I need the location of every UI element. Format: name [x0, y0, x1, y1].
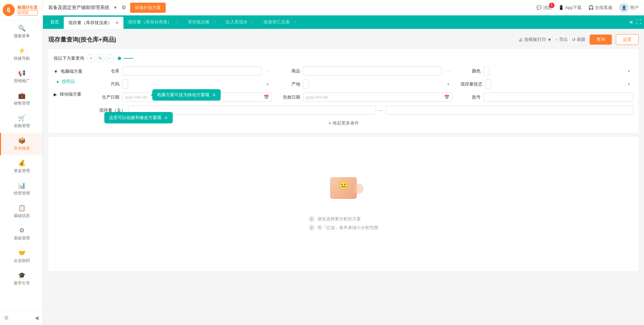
scheme-desktop-header[interactable]: ▼ 电脑端方案 [54, 66, 94, 76]
size-select[interactable] [122, 79, 128, 89]
sidebar-item-label: 系统管理 [14, 235, 30, 241]
tab-close-all-icon[interactable]: ✕ [629, 19, 633, 25]
stock-status-label: 现存量状态 [461, 81, 482, 87]
stock-main-to[interactable] [386, 106, 634, 115]
title-actions: 🖨 按模板打印 ▼ ↑ 导出 ↺ 刷新 查询 设置 [519, 34, 639, 45]
tab-receive-summary[interactable]: 收发存汇总表 ✕ [259, 17, 301, 28]
collapse-button[interactable]: ∧ 收起更多条件 [328, 120, 359, 126]
sidebar-item-label: 采购管理 [14, 123, 30, 129]
sidebar-item-inventory[interactable]: 📦 库存核算 [0, 133, 43, 155]
settings-bottom-icon[interactable]: ⚙ [4, 315, 9, 321]
origin-select[interactable] [303, 79, 309, 89]
warehouse-input[interactable] [122, 66, 262, 75]
dropdown-arrow-icon: ▼ [113, 5, 117, 10]
sidebar-item-finance[interactable]: 💰 资金管理 [0, 155, 43, 178]
sidebar-item-purchase[interactable]: 🛒 采购管理 [0, 110, 43, 133]
scheme-dot-icon: ● [56, 79, 59, 84]
header-settings-icon[interactable]: ⚙ [121, 4, 126, 11]
warehouse-dots[interactable]: ··· [266, 67, 271, 74]
trial-button[interactable]: 体验行业方案 [130, 3, 166, 13]
product-dots[interactable]: ··· [446, 67, 451, 74]
inventory-icon: 📦 [18, 137, 25, 144]
sidebar-item-label: 经营管理 [14, 191, 30, 196]
scheme-mobile-header[interactable]: ▶ 移动端方案 [54, 89, 94, 99]
produce-date-label: 生产日期 [99, 94, 119, 100]
sidebar-item-system[interactable]: ⚙ 系统管理 [0, 223, 43, 245]
batch-input[interactable] [483, 93, 633, 102]
expire-date-input[interactable]: yyyy-mm-dd 📅 [303, 93, 453, 102]
sidebar-item-sales[interactable]: 💼 销售管理 [0, 88, 43, 110]
tooltip-create-close[interactable]: ✕ [164, 115, 168, 120]
empty-circle-deco [354, 184, 364, 194]
sidebar-item-quick-nav[interactable]: ⚡ 快捷导航 [0, 43, 43, 65]
hint-text-1: 请先选择要分析的方案 [317, 216, 361, 222]
refresh-action[interactable]: ↺ 刷新 [572, 37, 586, 43]
export-action[interactable]: ↑ 导出 [556, 37, 568, 43]
sidebar-item-base[interactable]: 📋 基础信息 [0, 200, 43, 223]
empty-state-container: 😐 1 请先选择要分析的方案 2 用「过滤」条件来缩小分析范围 [48, 137, 639, 271]
tab-batch-ledger[interactable]: 库存批次账 ✕ [183, 17, 221, 28]
color-select[interactable] [483, 66, 489, 75]
tab-inventory-dist[interactable]: 现存量（库存分布表） ✕ [123, 17, 183, 28]
tab-receive-summary-close[interactable]: ✕ [293, 20, 297, 24]
hint-num-2: 2 [309, 225, 315, 231]
query-button[interactable]: 查询 [590, 35, 612, 45]
add-scheme-icon[interactable]: ＋ [87, 54, 95, 62]
support-icon: 🎧 [588, 5, 594, 10]
collapse-sidebar-icon[interactable]: ◀ [35, 315, 39, 321]
tab-fullscreen-icon[interactable]: ⛶ [636, 19, 641, 25]
tab-batch-ledger-label: 库存批次账 [188, 19, 210, 25]
tab-batch-ledger-close[interactable]: ✕ [213, 20, 216, 24]
tab-inventory-status[interactable]: 现存量（库存状况表） ✕ [64, 17, 123, 29]
sidebar-item-search-menu[interactable]: 🔍 搜索菜单 [0, 20, 43, 43]
empty-hint-2: 2 用「过滤」条件来缩小分析范围 [309, 225, 378, 231]
user-action[interactable]: 👤 用户 [619, 3, 639, 12]
sidebar-item-enterprise[interactable]: 🤝 企业协同 [0, 245, 43, 268]
sidebar-item-label: 营销推广 [14, 78, 30, 84]
refresh-label: 刷新 [577, 37, 586, 43]
sidebar-item-marketing[interactable]: 📢 营销推广 [0, 65, 43, 88]
edit-scheme-icon[interactable]: ✎ [96, 54, 104, 62]
app-download-action[interactable]: 📱 App下载 [558, 5, 582, 11]
tab-home-label: 首页 [50, 19, 59, 25]
set-button[interactable]: 设置 [616, 34, 639, 45]
logo-icon: 6 [3, 4, 15, 16]
print-action[interactable]: 🖨 按模板打印 ▼ [519, 37, 552, 43]
tab-in-out-flow-label: 出入库流水 [226, 19, 248, 25]
tooltip-scheme-text: 电脑方案可设为移动方案哦 [157, 92, 209, 98]
notifications-action[interactable]: 💬 消息 6 [536, 5, 552, 11]
filter-row-4: 现存量（主） — [99, 106, 633, 115]
header-right: 💬 消息 6 📱 App下载 🎧 在线客服 👤 用户 [536, 3, 639, 12]
product-input[interactable] [303, 66, 442, 75]
size-field: 尺码 [99, 79, 272, 89]
connector-dot [118, 57, 121, 60]
sidebar-item-label: 库存核算 [14, 146, 30, 151]
sidebar-item-label: 搜索菜单 [14, 33, 30, 39]
sidebar-item-operations[interactable]: 📊 经营管理 [0, 178, 43, 200]
tab-receive-summary-label: 收发存汇总表 [264, 19, 290, 25]
origin-field: 产地 [280, 79, 453, 89]
calendar-icon-expire: 📅 [444, 95, 449, 100]
batch-label: 批号 [461, 94, 481, 100]
print-arrow-icon: ▼ [547, 37, 552, 42]
sidebar-item-guide[interactable]: 🎓 新手引导 [0, 268, 43, 290]
quick-nav-icon: ⚡ [18, 47, 25, 54]
phone-icon: 📱 [558, 5, 564, 10]
header-dropdown[interactable]: ▼ [113, 5, 117, 10]
tab-inventory-status-close[interactable]: ✕ [115, 20, 119, 25]
tooltip-scheme-close[interactable]: ✕ [212, 92, 216, 98]
hint-text-2: 用「过滤」条件来缩小分析范围 [317, 225, 378, 231]
export-label: 导出 [559, 37, 568, 43]
finance-icon: 💰 [18, 159, 25, 167]
online-support-action[interactable]: 🎧 在线客服 [588, 5, 612, 11]
back-scheme-icon[interactable]: ← [106, 54, 114, 62]
stock-status-select[interactable] [485, 79, 491, 89]
logo-text: 畅通好生意 [17, 5, 38, 10]
tab-in-out-flow-close[interactable]: ✕ [251, 20, 254, 24]
tab-home[interactable]: 首页 [46, 17, 64, 28]
tab-inventory-dist-close[interactable]: ✕ [175, 20, 178, 24]
scheme-item-按照品[interactable]: ● 按照品 [56, 76, 94, 87]
empty-state: 😐 1 请先选择要分析的方案 2 用「过滤」条件来缩小分析范围 [309, 150, 378, 258]
enterprise-icon: 🤝 [18, 249, 25, 257]
tab-in-out-flow[interactable]: 出入库流水 ✕ [221, 17, 259, 28]
